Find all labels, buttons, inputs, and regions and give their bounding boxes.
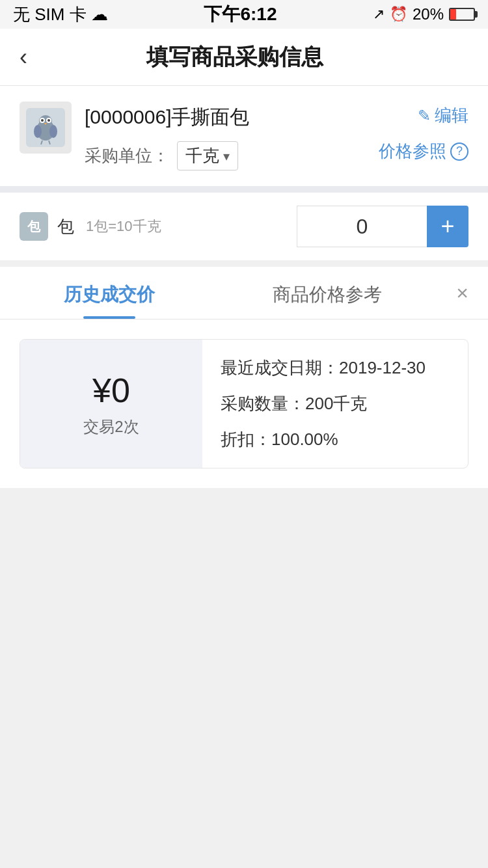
quantity-left: 包 包 1包=10千克: [20, 212, 161, 241]
product-section: [0000006]手撕面包 采购单位： 千克 ▾ ✎ 编辑 价格参照 ?: [0, 86, 488, 186]
edit-button[interactable]: ✎ 编辑: [418, 104, 468, 127]
recent-date-value: 2019-12-30: [339, 358, 426, 377]
svg-point-6: [47, 119, 50, 122]
discount-row: 折扣：100.00%: [221, 427, 450, 452]
price-card-right: 最近成交日期：2019-12-30 采购数量：200千克 折扣：100.00%: [202, 340, 468, 468]
location-icon: ↗: [373, 6, 385, 23]
product-logo-icon: [26, 108, 65, 147]
price-value: 0: [111, 372, 130, 409]
page-background: [0, 488, 488, 868]
quantity-sub-label: 1包=10千克: [86, 217, 161, 236]
alarm-icon: ⏰: [390, 6, 407, 23]
purchase-qty-value: 200千克: [305, 394, 367, 413]
section-divider: [0, 186, 488, 193]
price-reference-button[interactable]: 价格参照 ?: [379, 140, 468, 163]
question-icon: ?: [450, 142, 468, 161]
unit-box-icon: 包: [20, 212, 48, 241]
tab-product-price-ref[interactable]: 商品价格参考: [219, 267, 437, 319]
tab-content-history: ¥0 交易2次 最近成交日期：2019-12-30 采购数量：200千克 折扣：…: [0, 319, 488, 488]
product-header: [0000006]手撕面包 采购单位： 千克 ▾ ✎ 编辑 价格参照 ?: [20, 102, 468, 170]
unit-box-label: 包: [27, 218, 40, 236]
unit-label: 采购单位：: [85, 144, 169, 167]
tabs-row: 历史成交价 商品价格参考 ×: [0, 267, 488, 319]
price-amount: ¥0: [92, 371, 130, 410]
price-trades: 交易2次: [83, 416, 139, 437]
recent-date-label: 最近成交日期：: [221, 358, 339, 377]
purchase-qty-row: 采购数量：200千克: [221, 391, 450, 416]
status-bar: 无 SIM 卡 ☁ 下午6:12 ↗ ⏰ 20%: [0, 0, 488, 29]
bottom-panel: 历史成交价 商品价格参考 × ¥0 交易2次 最近成交日期：2019-12-30…: [0, 267, 488, 488]
status-left: 无 SIM 卡 ☁: [13, 3, 108, 26]
unit-select-button[interactable]: 千克 ▾: [177, 141, 238, 170]
battery-icon: [449, 8, 475, 21]
product-name: [0000006]手撕面包: [85, 104, 249, 131]
tab-close-button[interactable]: ×: [437, 268, 488, 318]
price-card: ¥0 交易2次 最近成交日期：2019-12-30 采购数量：200千克 折扣：…: [20, 339, 468, 468]
price-ref-label: 价格参照: [379, 140, 446, 163]
page-title: 填写商品采购信息: [146, 42, 323, 72]
quantity-right: +: [297, 206, 468, 247]
edit-label: 编辑: [435, 104, 468, 127]
svg-point-9: [49, 125, 57, 138]
svg-point-5: [41, 119, 44, 122]
product-unit-row: 采购单位： 千克 ▾: [85, 141, 249, 170]
quantity-plus-button[interactable]: +: [427, 206, 468, 247]
recent-date-row: 最近成交日期：2019-12-30: [221, 355, 450, 381]
product-info: [0000006]手撕面包 采购单位： 千克 ▾: [85, 102, 249, 170]
battery-percent: 20%: [413, 5, 444, 23]
discount-value: 100.00%: [271, 429, 338, 449]
status-time: 下午6:12: [204, 2, 277, 27]
quantity-input[interactable]: [297, 206, 427, 247]
plus-icon: +: [441, 215, 454, 238]
status-right: ↗ ⏰ 20%: [373, 5, 475, 23]
edit-icon: ✎: [418, 107, 431, 125]
purchase-qty-label: 采购数量：: [221, 394, 305, 413]
sim-signal-text: 无 SIM 卡 ☁: [13, 3, 108, 26]
back-button[interactable]: ‹: [20, 44, 27, 71]
svg-point-8: [34, 125, 42, 138]
quantity-unit-label: 包: [57, 215, 74, 238]
price-card-left: ¥0 交易2次: [20, 340, 202, 468]
nav-bar: ‹ 填写商品采购信息: [0, 29, 488, 86]
unit-value: 千克: [185, 144, 219, 167]
tab-history-price[interactable]: 历史成交价: [0, 267, 219, 319]
price-currency: ¥: [92, 372, 111, 409]
discount-label: 折扣：: [221, 429, 271, 449]
product-thumbnail: [20, 102, 72, 154]
product-left: [0000006]手撕面包 采购单位： 千克 ▾: [20, 102, 249, 170]
unit-dropdown-arrow: ▾: [223, 148, 230, 164]
quantity-section: 包 包 1包=10千克 +: [0, 193, 488, 260]
